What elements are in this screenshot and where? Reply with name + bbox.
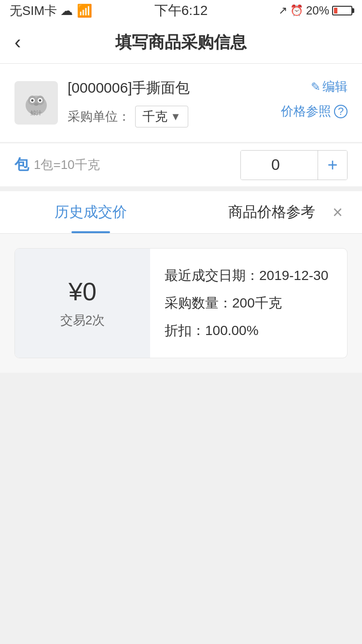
nav-bar: ‹ 填写商品采购信息: [0, 21, 362, 64]
product-unit-row: 采购单位： 千克 ▼: [68, 106, 190, 127]
discount-value: 100.00%: [205, 323, 259, 338]
product-logo-icon: 鲸汁: [19, 86, 53, 120]
svg-point-7: [34, 103, 39, 106]
unit-dropdown-icon: ▼: [170, 111, 181, 123]
price-trades: 交易2次: [60, 312, 105, 329]
discount-row: 折扣：100.00%: [165, 321, 333, 340]
price-ref-label: 价格参照: [281, 103, 331, 120]
qty-label: 采购数量：: [165, 295, 232, 310]
purchase-qty-row: 采购数量：200千克: [165, 294, 333, 312]
battery-icon: [332, 6, 352, 15]
price-card: ¥0 交易2次 最近成交日期：2019-12-30 采购数量：200千克 折扣：…: [14, 248, 348, 358]
price-value: 0: [83, 278, 97, 306]
product-card: 鲸汁 [0000006]手撕面包 采购单位： 千克 ▼ ✎ 编辑: [0, 64, 362, 142]
transaction-date-row: 最近成交日期：2019-12-30: [165, 266, 333, 285]
price-card-left: ¥0 交易2次: [15, 249, 150, 358]
currency-symbol: ¥: [69, 278, 83, 306]
bag-unit-label: 包: [14, 155, 29, 175]
edit-label: 编辑: [322, 78, 348, 95]
qty-value: 200千克: [232, 295, 282, 310]
edit-button[interactable]: ✎ 编辑: [311, 78, 348, 95]
tabs-section: 历史成交价 商品价格参考 × ¥0 交易2次 最近成交日期：2019-12-30…: [0, 191, 362, 373]
location-icon: ↗: [278, 4, 287, 17]
tab-price-reference-label: 商品价格参考: [228, 202, 315, 222]
tab-close-button[interactable]: ×: [328, 197, 348, 227]
quantity-controls: +: [240, 150, 348, 180]
svg-point-5: [31, 99, 34, 102]
date-value: 2019-12-30: [259, 268, 328, 283]
wifi-icon: 📶: [77, 3, 92, 18]
status-bar-left: 无SIM卡 ☁ 📶: [10, 2, 92, 19]
product-name: [0000006]手撕面包: [68, 78, 190, 98]
quantity-input[interactable]: [241, 151, 318, 180]
history-price-content: ¥0 交易2次 最近成交日期：2019-12-30 采购数量：200千克 折扣：…: [0, 234, 362, 373]
quantity-section: 包 1包=10千克 +: [0, 143, 362, 186]
help-icon: ?: [334, 105, 348, 118]
product-info: [0000006]手撕面包 采购单位： 千克 ▼: [68, 78, 190, 127]
tabs-header: 历史成交价 商品价格参考 ×: [0, 191, 362, 234]
bag-conversion-text: 1包=10千克: [34, 156, 100, 173]
alarm-icon: ⏰: [290, 4, 303, 17]
carrier-text: 无SIM卡 ☁: [10, 2, 73, 19]
product-thumbnail: 鲸汁: [14, 81, 58, 125]
price-reference-button[interactable]: 价格参照 ?: [281, 103, 348, 120]
price-amount: ¥0: [69, 277, 97, 306]
unit-value: 千克: [142, 108, 167, 125]
main-background: [0, 373, 362, 644]
page-title: 填写商品采购信息: [115, 31, 247, 54]
unit-label: 采购单位：: [68, 108, 130, 125]
price-card-right: 最近成交日期：2019-12-30 采购数量：200千克 折扣：100.00%: [150, 249, 347, 358]
status-bar-time: 下午6:12: [154, 1, 208, 20]
product-left: 鲸汁 [0000006]手撕面包 采购单位： 千克 ▼: [14, 78, 190, 127]
svg-text:鲸汁: 鲸汁: [30, 110, 42, 116]
battery-percent: 20%: [306, 4, 329, 17]
date-label: 最近成交日期：: [165, 268, 259, 283]
status-bar-right: ↗ ⏰ 20%: [278, 4, 352, 17]
tab-active-indicator: [71, 231, 110, 233]
discount-label: 折扣：: [165, 323, 205, 338]
tab-history-price-label: 历史成交价: [55, 202, 127, 222]
tab-history-price[interactable]: 历史成交价: [0, 191, 181, 233]
back-button[interactable]: ‹: [10, 27, 26, 58]
edit-icon: ✎: [311, 80, 320, 94]
quantity-unit-info: 包 1包=10千克: [14, 155, 100, 175]
status-bar: 无SIM卡 ☁ 📶 下午6:12 ↗ ⏰ 20%: [0, 0, 362, 21]
quantity-plus-button[interactable]: +: [318, 151, 347, 180]
product-top-row: 鲸汁 [0000006]手撕面包 采购单位： 千克 ▼ ✎ 编辑: [14, 78, 348, 127]
unit-select-button[interactable]: 千克 ▼: [135, 106, 188, 127]
svg-point-6: [39, 99, 42, 102]
